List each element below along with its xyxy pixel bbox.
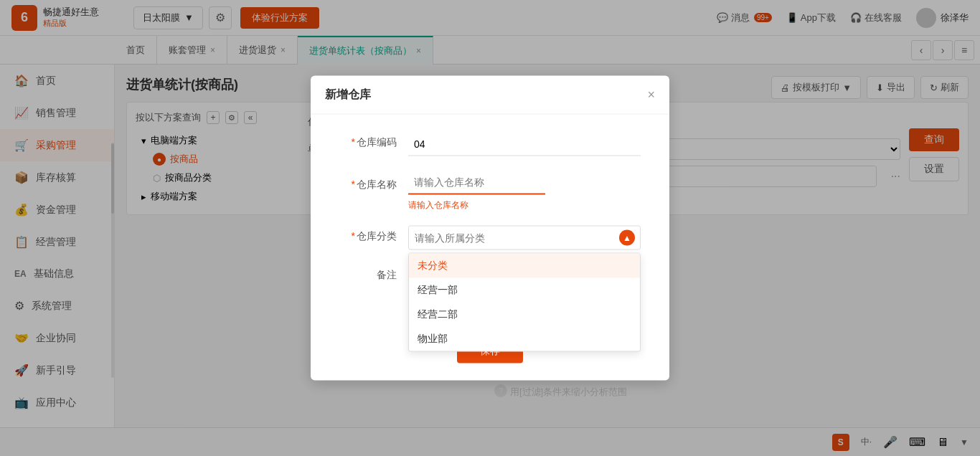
name-error-row: 请输入仓库名称 <box>339 198 468 212</box>
category-row: *仓库分类 ▲ 未分类 经营一部 经营二部 物业部 <box>339 226 641 250</box>
new-warehouse-dialog: 新增仓库 × *仓库编码 *仓库名称 请输入仓库名称 *仓库 <box>311 76 669 381</box>
name-input[interactable] <box>408 171 545 195</box>
category-dropdown: 未分类 经营一部 经营二部 物业部 <box>408 253 641 352</box>
dialog-close-button[interactable]: × <box>647 87 655 103</box>
category-toggle-button[interactable]: ▲ <box>619 230 635 246</box>
name-error-msg: 请输入仓库名称 <box>408 200 468 210</box>
dropdown-item-1[interactable]: 经营一部 <box>409 278 640 303</box>
category-input-wrap: ▲ 未分类 经营一部 经营二部 物业部 <box>408 226 641 250</box>
dropdown-item-3[interactable]: 物业部 <box>409 327 640 351</box>
name-label: *仓库名称 <box>339 174 397 191</box>
category-input[interactable] <box>408 226 641 250</box>
note-label: 备注 <box>339 265 397 282</box>
name-row: *仓库名称 请输入仓库名称 <box>339 171 641 212</box>
code-row: *仓库编码 <box>339 132 641 156</box>
dialog-header: 新增仓库 × <box>311 76 669 115</box>
name-input-row: *仓库名称 <box>339 171 545 195</box>
dialog-body: *仓库编码 *仓库名称 请输入仓库名称 *仓库分类 ▲ <box>311 115 669 339</box>
category-label: *仓库分类 <box>339 226 397 243</box>
dropdown-item-0[interactable]: 未分类 <box>409 254 640 278</box>
dialog-title: 新增仓库 <box>325 87 371 103</box>
code-label: *仓库编码 <box>339 132 397 149</box>
code-input[interactable] <box>408 132 641 156</box>
dropdown-item-2[interactable]: 经营二部 <box>409 303 640 327</box>
